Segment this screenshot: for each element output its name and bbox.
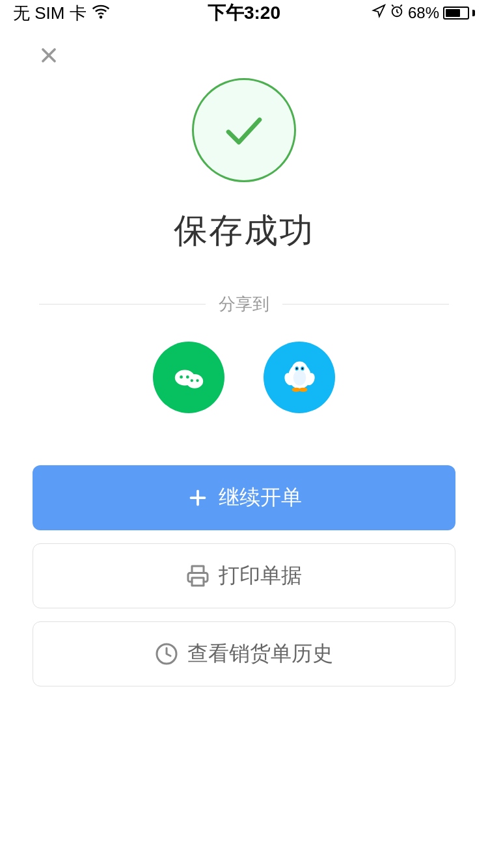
- svg-point-20: [299, 387, 307, 392]
- status-bar-left: 无 SIM 卡: [13, 2, 110, 25]
- history-button[interactable]: 查看销货单历史: [33, 621, 455, 686]
- print-button[interactable]: 打印单据: [33, 543, 455, 608]
- svg-point-21: [293, 370, 306, 385]
- svg-point-16: [301, 368, 303, 370]
- main-content: 保存成功 分享到: [0, 26, 488, 686]
- wechat-icon: [168, 357, 210, 399]
- carrier-text: 无 SIM 卡: [13, 2, 87, 25]
- clock-icon: [155, 642, 178, 666]
- alarm-icon: [390, 4, 404, 22]
- location-icon: [372, 4, 386, 22]
- action-buttons: 继续开单 打印单据 查看销货单历史: [0, 465, 488, 686]
- svg-point-7: [180, 375, 183, 379]
- continue-button[interactable]: 继续开单: [33, 465, 455, 530]
- svg-marker-1: [373, 5, 385, 16]
- close-button[interactable]: [33, 39, 65, 72]
- print-button-label: 打印单据: [219, 562, 302, 590]
- divider-line-left: [39, 304, 206, 305]
- svg-point-0: [100, 16, 102, 18]
- printer-icon: [186, 564, 210, 588]
- divider-line-right: [282, 304, 449, 305]
- plus-icon: [186, 486, 210, 509]
- svg-point-9: [190, 379, 193, 381]
- battery-icon: [443, 7, 475, 20]
- svg-rect-24: [192, 578, 204, 586]
- share-qq-button[interactable]: [264, 342, 335, 413]
- history-button-label: 查看销货单历史: [187, 640, 333, 668]
- svg-point-10: [196, 379, 198, 381]
- svg-point-15: [295, 368, 297, 370]
- success-title: 保存成功: [174, 208, 314, 254]
- success-icon-circle: [192, 78, 296, 182]
- share-wechat-button[interactable]: [153, 342, 224, 413]
- status-bar-right: 68%: [372, 4, 475, 22]
- share-label: 分享到: [219, 293, 269, 316]
- share-icons: [153, 342, 335, 413]
- status-bar: 无 SIM 卡 下午3:20 68%: [0, 0, 488, 26]
- share-divider: 分享到: [0, 293, 488, 316]
- continue-button-label: 继续开单: [219, 483, 302, 512]
- qq-icon: [278, 357, 321, 399]
- battery-percent: 68%: [408, 4, 439, 22]
- wifi-icon: [92, 2, 110, 25]
- status-bar-time: 下午3:20: [208, 1, 280, 25]
- checkmark-icon: [218, 104, 270, 156]
- svg-point-8: [185, 375, 189, 379]
